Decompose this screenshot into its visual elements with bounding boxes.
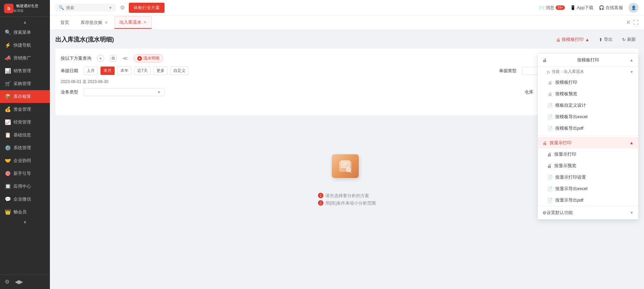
app-download-btn[interactable]: 📱 App下载	[570, 5, 593, 11]
sidebar: b 畅捷通好生意 标准版 ▲ 🔍 搜索菜单 ⚡ 快捷导航 📣 营销推广 📊 销售…	[0, 0, 50, 289]
refresh-btn[interactable]: ↻ 刷新	[619, 35, 639, 44]
operation-icon: 📈	[5, 119, 11, 125]
guide-icon: 🎯	[5, 170, 11, 177]
brand-name: 畅捷通好生意	[16, 3, 38, 8]
page-content: 出入库流水(流水明细) 🖨 按模板打印 ▲ ⬆ 导出 ↻ 刷新	[50, 30, 644, 289]
settings-bottom-icon[interactable]: ⚙	[5, 279, 9, 285]
sidebar-item-label: 基础信息	[13, 132, 31, 138]
svg-line-6	[350, 171, 351, 173]
collapse-sidebar-icon[interactable]: ◀▶	[15, 279, 23, 285]
filter-tag-label: 流水明细	[143, 55, 159, 61]
sidebar-item-purchase[interactable]: 🛒 采购管理	[0, 77, 50, 90]
template-preview-row-label: 按模板预览	[555, 91, 577, 97]
tab-flow[interactable]: 出入库流水 ✕	[114, 16, 152, 29]
display-print-row-icon: 🖨	[547, 152, 552, 157]
dropdown-item-template-excel[interactable]: 📄 按模板导出excel	[538, 111, 638, 123]
sidebar-item-guide[interactable]: 🎯 新手引导	[0, 167, 50, 180]
doc-type-label: 单据类型	[499, 68, 517, 74]
message-badge: 99+	[556, 5, 565, 10]
tabs-bar: 首页 库存批次账 ✕ 出入库流水 ✕ ✕ ⛶	[50, 16, 644, 30]
date-range-text: 2023-06-01 至 2023-06-30	[61, 79, 108, 85]
date-btn-more[interactable]: 更多	[153, 67, 168, 75]
dropdown-item-template-design[interactable]: 📄 模板自定义设计	[538, 100, 638, 111]
online-service-btn[interactable]: 🎧 在线客服	[599, 5, 623, 11]
filter-config-btn[interactable]: ⚙	[110, 55, 117, 62]
date-btn-last-month[interactable]: 上月	[84, 67, 98, 75]
dropdown-item-template-print[interactable]: 🖨 按模板打印	[538, 77, 638, 88]
sidebar-logo: b 畅捷通好生意 标准版	[0, 0, 50, 17]
filter-add-btn[interactable]: +	[97, 55, 104, 62]
display-print-row-label: 按显示打印	[554, 151, 576, 157]
sidebar-item-sales[interactable]: 📊 销售管理	[0, 64, 50, 77]
phone-icon: 📱	[570, 5, 576, 10]
sidebar-item-member[interactable]: 👑 畅会员	[0, 206, 50, 218]
sidebar-item-wecom[interactable]: 💬 企业微信	[0, 193, 50, 206]
empty-state-tips: 1 请先选择要分析的方案 2 用[筛]条件来缩小分析范围	[318, 191, 376, 208]
topbar-settings-icon[interactable]: ⚙	[120, 4, 125, 11]
footer-arrow-icon: ▼	[630, 211, 634, 215]
sidebar-item-label: 资金管理	[13, 106, 31, 112]
user-avatar[interactable]: 👤	[628, 3, 639, 13]
print-dropdown-scroll[interactable]: ▷ 当前：出入库流水 ▼ 🖨 按模板打印 🖨 按模板预览 📄 模板自定义设计	[538, 67, 638, 206]
dropdown-item-template-preview[interactable]: 🖨 按模板预览	[538, 88, 638, 100]
dropdown-item-display-settings[interactable]: 📄 按显示打印设置	[538, 172, 638, 183]
edition-label: 标准版	[13, 8, 38, 13]
sidebar-item-coop[interactable]: 🤝 企业协同	[0, 154, 50, 167]
sidebar-item-label: 营销推广	[13, 55, 31, 61]
print-dropdown-footer[interactable]: ⚙ 设置默认功能 ▼	[538, 206, 638, 219]
tab-flow-close[interactable]: ✕	[143, 20, 147, 25]
tab-batch-account-close[interactable]: ✕	[105, 20, 108, 25]
tab-batch-account[interactable]: 库存批次账 ✕	[76, 17, 113, 28]
dropdown-item-display-print[interactable]: 🖨 按显示打印	[538, 149, 638, 160]
coop-icon: 🤝	[5, 158, 11, 164]
template-pdf-row-label: 按模板导出pdf	[555, 125, 583, 131]
date-filter: 上月 本月 本年 近7天 更多 自定义	[84, 67, 188, 75]
date-filter-label: 单据日期	[61, 68, 78, 74]
display-print-section-header[interactable]: 🖨 按显示打印 ▲	[538, 137, 638, 149]
search-input[interactable]	[66, 5, 107, 10]
dropdown-item-display-pdf[interactable]: 📄 按显示导出pdf	[538, 194, 638, 206]
sidebar-scroll-down[interactable]: ▼	[0, 218, 50, 226]
print-dropdown-up-arrow[interactable]: ▲	[630, 58, 634, 62]
sidebar-item-system[interactable]: ⚙️ 系统管理	[0, 141, 50, 154]
date-btn-7days[interactable]: 近7天	[134, 67, 151, 75]
wecom-icon: 💬	[5, 196, 11, 202]
sidebar-item-marketing[interactable]: 📣 营销推广	[0, 52, 50, 64]
message-btn[interactable]: ✉️ 消息 99+	[539, 5, 565, 11]
sidebar-item-inventory[interactable]: 📦 库存核算	[0, 90, 50, 103]
date-btn-custom[interactable]: 自定义	[170, 67, 188, 75]
topbar-search-box[interactable]: 🔍 ▼	[55, 4, 116, 11]
sidebar-item-search[interactable]: 🔍 搜索菜单	[0, 26, 50, 39]
tab-home[interactable]: 首页	[55, 17, 74, 28]
basic-info-icon: 📋	[5, 132, 11, 138]
sidebar-scroll-up[interactable]: ▲	[0, 18, 50, 26]
biz-type-select[interactable]: ▼	[84, 88, 165, 96]
page-header: 出入库流水(流水明细) 🖨 按模板打印 ▲ ⬆ 导出 ↻ 刷新	[55, 35, 639, 44]
sidebar-item-app-center[interactable]: 🔲 应用中心	[0, 180, 50, 193]
export-btn[interactable]: ⬆ 导出	[596, 35, 615, 44]
date-btn-this-year[interactable]: 本年	[117, 67, 131, 75]
dropdown-item-display-excel[interactable]: 📄 按显示导出excel	[538, 183, 638, 194]
sidebar-item-finance[interactable]: 💰 资金管理	[0, 103, 50, 116]
warehouse-label: 仓库	[525, 89, 533, 95]
template-design-row-label: 模板自定义设计	[555, 102, 586, 108]
biz-type-arrow-icon: ▼	[157, 90, 161, 94]
trial-btn[interactable]: 体验行业方案	[129, 3, 165, 13]
print-icon: 🖨	[556, 37, 560, 42]
date-btn-this-month[interactable]: 本月	[100, 67, 115, 75]
search-chevron-icon[interactable]: ▼	[109, 6, 112, 10]
display-print-section-label: 按显示打印	[550, 140, 572, 146]
export-icon: ⬆	[599, 37, 603, 42]
empty-tip-1: 1 请先选择要分析的方案	[318, 193, 376, 199]
page-title: 出入库流水(流水明细)	[55, 35, 114, 44]
filter-collapse-icon[interactable]: ≪	[122, 55, 128, 61]
display-pdf-row-label: 按显示导出pdf	[555, 197, 583, 203]
dropdown-item-template-pdf[interactable]: 📄 按模板导出pdf	[538, 123, 638, 134]
sidebar-item-quick-nav[interactable]: ⚡ 快捷导航	[0, 39, 50, 52]
sidebar-item-operation[interactable]: 📈 经营管理	[0, 116, 50, 129]
dropdown-item-display-preview[interactable]: 🖨 按显示预览	[538, 160, 638, 172]
template-print-btn[interactable]: 🖨 按模板打印 ▲	[553, 35, 592, 44]
window-expand-btn[interactable]: ⛶	[633, 19, 639, 26]
sidebar-item-basic-info[interactable]: 📋 基础信息	[0, 129, 50, 141]
window-close-btn[interactable]: ✕	[626, 19, 631, 26]
